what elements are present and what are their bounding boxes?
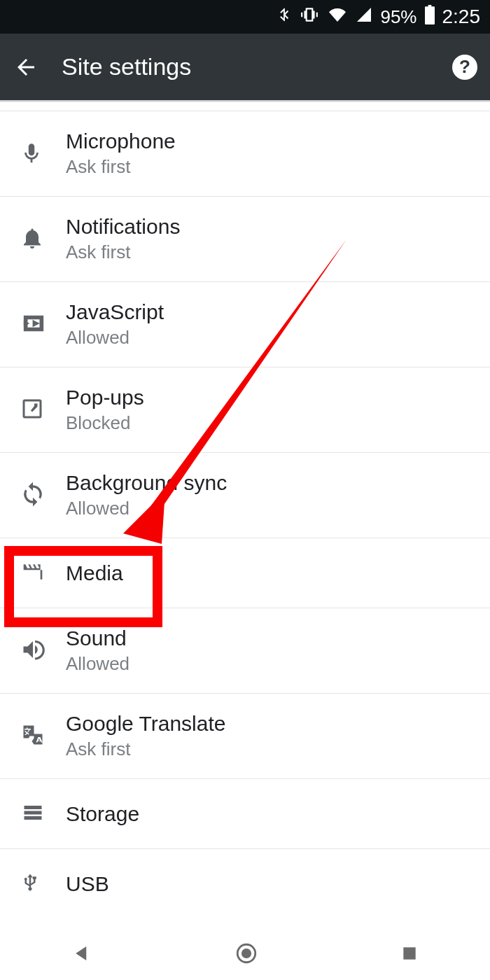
storage-icon xyxy=(20,802,46,826)
item-label: Google Translate xyxy=(66,712,225,736)
battery-percent: 95% xyxy=(380,6,416,28)
settings-item-background-sync[interactable]: Background sync Allowed xyxy=(0,453,490,538)
item-sub: Ask first xyxy=(66,241,180,263)
app-header: Site settings ? xyxy=(0,34,490,100)
item-sub: Allowed xyxy=(66,498,227,519)
back-button[interactable] xyxy=(13,54,39,80)
item-sub: Allowed xyxy=(66,327,164,349)
translate-icon xyxy=(20,722,46,750)
item-sub: Ask first xyxy=(66,738,225,760)
settings-item-translate[interactable]: Google Translate Ask first xyxy=(0,694,490,779)
nav-home-button[interactable] xyxy=(234,941,258,968)
sync-icon xyxy=(20,481,46,510)
sound-icon xyxy=(20,637,46,665)
header-shadow xyxy=(0,100,490,102)
svg-rect-4 xyxy=(404,947,416,959)
nav-recents-button[interactable] xyxy=(400,944,419,965)
item-label: Pop-ups xyxy=(66,386,144,410)
item-label: Microphone xyxy=(66,130,176,153)
settings-item-storage[interactable]: Storage xyxy=(0,779,490,849)
settings-item-microphone[interactable]: Microphone Ask first xyxy=(0,111,490,197)
settings-list: Microphone Ask first Notifications Ask f… xyxy=(0,111,490,919)
settings-item-notifications[interactable]: Notifications Ask first xyxy=(0,197,490,282)
vibrate-icon xyxy=(299,6,320,29)
popup-icon xyxy=(20,396,45,424)
page-title: Site settings xyxy=(62,53,430,80)
signal-icon xyxy=(355,6,373,28)
wifi-icon xyxy=(327,6,348,28)
nav-back-button[interactable] xyxy=(71,943,92,967)
settings-item-javascript[interactable]: JavaScript Allowed xyxy=(0,282,490,368)
svg-point-3 xyxy=(241,948,251,958)
item-label: Storage xyxy=(66,802,139,826)
system-navbar xyxy=(0,930,490,980)
bluetooth-icon xyxy=(276,5,292,29)
item-label: Notifications xyxy=(66,215,180,239)
settings-item-media[interactable]: Media xyxy=(0,538,490,608)
item-label: Background sync xyxy=(66,471,227,495)
usb-icon xyxy=(20,869,41,899)
settings-item-usb[interactable]: USB xyxy=(0,849,490,919)
help-button[interactable]: ? xyxy=(452,55,477,80)
item-label: USB xyxy=(66,872,109,896)
item-sub: Ask first xyxy=(66,156,176,178)
settings-item-popups[interactable]: Pop-ups Blocked xyxy=(0,368,490,453)
item-sub: Blocked xyxy=(66,412,144,434)
javascript-icon xyxy=(20,312,48,338)
item-sub: Allowed xyxy=(66,653,130,675)
microphone-icon xyxy=(20,139,43,169)
media-icon xyxy=(20,561,46,586)
item-label: Sound xyxy=(66,626,130,650)
battery-icon xyxy=(424,5,435,29)
statusbar: 95% 2:25 xyxy=(0,0,490,34)
bell-icon xyxy=(20,225,45,254)
item-label: Media xyxy=(66,561,123,585)
clock: 2:25 xyxy=(442,6,481,28)
item-label: JavaScript xyxy=(66,300,164,324)
settings-item-sound[interactable]: Sound Allowed xyxy=(0,608,490,694)
